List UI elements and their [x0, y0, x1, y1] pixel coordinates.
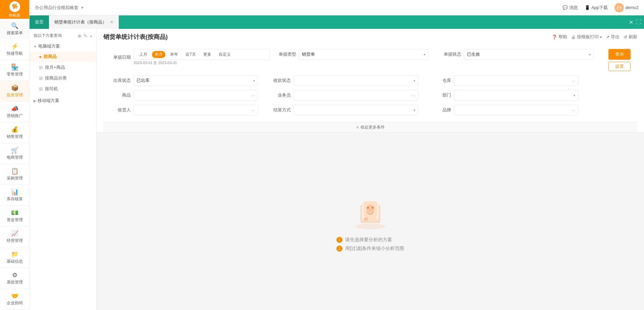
coop-icon: 🤝	[11, 292, 18, 300]
out-status-value: 已出库	[137, 78, 253, 84]
message-label: 消息	[569, 5, 578, 11]
sidebar-item-label: 批发管理	[7, 92, 23, 98]
sidebar-item-enterprise-coop[interactable]: 🤝 企业协同	[0, 289, 29, 310]
sidebar-item-base-info[interactable]: 📁 基础信息	[0, 247, 29, 268]
payment-status-control[interactable]: ▾	[293, 75, 418, 86]
settlement-control[interactable]: ▾	[293, 105, 418, 115]
salesperson-control[interactable]: ···	[293, 90, 418, 101]
export-icon: ↗	[606, 35, 609, 40]
home-tab-label: 首页	[35, 19, 44, 25]
query-buttons: 查询 设置	[608, 49, 631, 71]
sidebar-item-label: 销售管理	[7, 134, 23, 140]
collapse-label: ∧ 收起更多条件	[356, 124, 384, 130]
consignee-label: 收货人	[110, 107, 133, 113]
out-status-label: 出库状态	[110, 78, 133, 84]
message-icon: 💬	[562, 5, 568, 10]
sidebar-item-operations[interactable]: 📈 经营管理	[0, 226, 29, 247]
filter-area: 单据日期 上月 本月 本年 近7天 更多 自定义 20	[103, 45, 637, 122]
brand-control[interactable]: ···	[454, 105, 578, 115]
sidebar-item-label: 快捷导航	[7, 51, 23, 56]
sidebar-logo: 畅 标账版	[0, 0, 30, 19]
product-control[interactable]: ···	[133, 90, 258, 101]
left-panel-header: 按以下方案查询 ⊕ ✎ «	[30, 33, 96, 41]
tree-child-by-product[interactable]: ● 按商品	[30, 51, 96, 62]
this-year-pill[interactable]: 本年	[167, 51, 181, 58]
user-menu[interactable]: Ea demo2	[614, 3, 639, 12]
last-7-days-pill[interactable]: 近7天	[183, 51, 199, 58]
sidebar-item-label: 电商管理	[7, 155, 23, 160]
svg-point-4	[366, 205, 374, 213]
department-control[interactable]: ▾	[454, 90, 578, 101]
product-dots-icon[interactable]: ···	[251, 93, 255, 98]
department-dropdown-icon: ▾	[574, 94, 575, 97]
tree-child-label: 按商品	[44, 54, 57, 60]
dropdown-arrow-icon[interactable]: ▾	[81, 5, 84, 10]
sidebar-item-inventory[interactable]: 📊 库存核算	[0, 185, 29, 206]
empty-state: 1 请先选择要分析的方案 2 用[过滤]条件来缩小分析范围	[97, 133, 644, 310]
consignee-control[interactable]: ···	[133, 105, 258, 115]
sidebar-item-wholesale[interactable]: 📦 批发管理	[0, 81, 29, 102]
hint-num-1: 1	[336, 237, 342, 243]
query-button[interactable]: 查询	[608, 49, 631, 60]
tree-child-by-category[interactable]: ⊞ 按商品分类	[30, 73, 96, 84]
settings-button[interactable]: 设置	[608, 62, 631, 71]
last-month-pill[interactable]: 上月	[137, 51, 150, 58]
sidebar-item-purchase[interactable]: 📋 采购管理	[0, 164, 29, 185]
logo-icon: 畅	[9, 1, 20, 12]
sys-icon: ⚙	[12, 271, 17, 279]
this-month-pill[interactable]: 本月	[152, 51, 165, 58]
user-avatar: Ea	[614, 3, 624, 12]
sidebar-item-ecom[interactable]: 🛒 电商管理	[0, 143, 29, 164]
tab-sales-stat[interactable]: 销货单统计计表（按商品） ✕	[49, 15, 119, 29]
tree-parent-pc[interactable]: ▼ 电脑端方案	[30, 41, 96, 51]
out-status-control[interactable]: 已出库 ▾	[133, 75, 258, 86]
consignee-dots-icon[interactable]: ···	[251, 108, 255, 113]
warehouse-control[interactable]: ···	[454, 75, 578, 86]
sidebar-item-finance[interactable]: 💵 资金管理	[0, 206, 29, 226]
close-tab-icon[interactable]: ✕	[629, 19, 633, 25]
tab-home[interactable]: 首页	[30, 15, 49, 29]
export-btn[interactable]: ↗ 导出	[606, 34, 620, 40]
tree-child-by-cashier[interactable]: ⊞ 按司机	[30, 84, 96, 94]
add-scheme-icon[interactable]: ⊕	[77, 33, 82, 39]
sidebar-item-search-menu[interactable]: 🔍 搜索菜单	[0, 19, 29, 39]
more-pill[interactable]: 更多	[201, 51, 214, 58]
maximize-icon[interactable]: ⛶	[636, 19, 641, 25]
sidebar-item-label: 基础信息	[7, 259, 23, 264]
doc-type-control[interactable]: 销货单 ▾	[299, 49, 429, 60]
refresh-icon: ↺	[624, 35, 627, 40]
svg-point-6	[372, 207, 374, 208]
tab-close-icon[interactable]: ✕	[110, 20, 113, 24]
print-btn[interactable]: 🖨 按模板打印 ▾	[571, 34, 602, 40]
active-scheme-icon: ●	[39, 54, 42, 59]
message-btn[interactable]: 💬 消息	[562, 5, 578, 11]
sidebar-item-marketing[interactable]: 📣 营销推广	[0, 102, 29, 122]
refresh-label: 刷新	[629, 34, 637, 40]
doc-status-control[interactable]: 已生效 ▾	[464, 49, 594, 60]
page-header: 销货单统计计表(按商品) ❓ 帮助 🖨 按模板打印 ▾ ↗	[97, 29, 644, 133]
warehouse-dots-icon[interactable]: ···	[572, 78, 575, 83]
refresh-btn[interactable]: ↺ 刷新	[624, 34, 637, 40]
collapse-panel-icon[interactable]: «	[90, 33, 92, 39]
custom-pill[interactable]: 自定义	[216, 51, 233, 58]
sidebar-item-quick-nav[interactable]: ⚡ 快捷导航	[0, 39, 29, 60]
brand-dots-icon[interactable]: ···	[572, 108, 575, 113]
sidebar-item-sales[interactable]: 💰 销售管理	[0, 122, 29, 143]
tree-child-by-month-product[interactable]: ⊞ 按月+商品	[30, 62, 96, 73]
hint-num-2: 2	[336, 246, 342, 252]
payment-status-label: 收款状态	[270, 78, 293, 84]
edit-scheme-icon[interactable]: ✎	[84, 33, 88, 39]
help-btn[interactable]: ❓ 帮助	[552, 34, 567, 40]
app-download-btn[interactable]: 📱 App下载	[585, 5, 608, 11]
marketing-icon: 📣	[11, 105, 18, 112]
payment-dropdown-icon: ▾	[414, 79, 415, 83]
page-title-row: 销货单统计计表(按商品) ❓ 帮助 🖨 按模板打印 ▾ ↗	[103, 33, 637, 41]
sidebar-item-retail[interactable]: 🏪 零售管理	[0, 60, 29, 81]
sidebar-item-sys[interactable]: ⚙ 系统管理	[0, 268, 29, 289]
collapse-more-btn[interactable]: ∧ 收起更多条件	[103, 122, 637, 132]
sidebar-item-label: 库存核算	[7, 196, 23, 202]
empty-hints: 1 请先选择要分析的方案 2 用[过滤]条件来缩小分析范围	[336, 237, 404, 252]
tree-parent-mobile[interactable]: ▶ 移动端方案	[30, 96, 96, 106]
date-filter-label: 单据日期	[110, 54, 133, 60]
salesperson-dots-icon[interactable]: ···	[412, 93, 415, 98]
